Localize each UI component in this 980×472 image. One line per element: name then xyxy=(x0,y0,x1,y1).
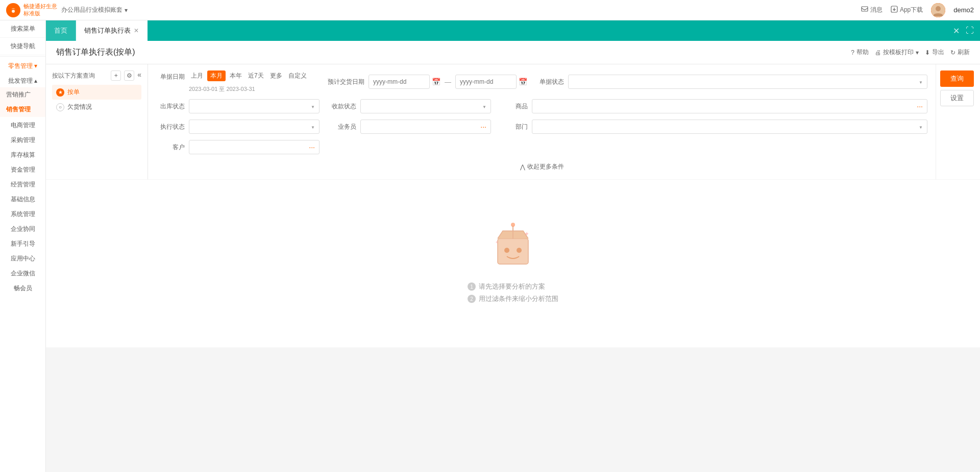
goods-select[interactable]: ··· xyxy=(532,99,927,113)
tip-text-1: 请先选择要分析的方案 xyxy=(479,282,545,291)
export-btn[interactable]: ⬇ 导出 xyxy=(925,48,944,57)
delivery-status-arrow-icon xyxy=(311,104,315,109)
filter-left-actions: + ⚙ « xyxy=(111,70,141,81)
message-label: 消息 xyxy=(870,6,883,14)
sidebar-item-enterprise-wechat[interactable]: 企业微信 xyxy=(0,265,45,280)
date-from-input[interactable] xyxy=(369,75,430,89)
calendar-from-icon[interactable]: 📅 xyxy=(432,78,440,86)
nav-press-single[interactable]: ★ 按单 xyxy=(52,85,141,100)
customer-label: 客户 xyxy=(156,143,185,152)
sidebar-item-system[interactable]: 系统管理 xyxy=(0,206,45,221)
date-range-text: 2023-03-01 至 2023-03-31 xyxy=(189,85,255,93)
sidebar-item-wholesale[interactable]: 批发管理 ▴ xyxy=(0,73,45,87)
shortcut-this-month[interactable]: 本月 xyxy=(207,70,226,81)
collapse-more-btn[interactable]: ⋀ 收起更多条件 xyxy=(156,160,927,173)
doc-date-group: 单据日期 上月 本月 本年 近7天 更多 自定义 xyxy=(156,70,320,93)
sidebar-item-basics[interactable]: 基础信息 xyxy=(0,191,45,206)
payment-status-group: 收款状态 xyxy=(328,99,491,113)
dept-select[interactable] xyxy=(532,120,927,134)
date-shortcuts: 上月 本月 本年 近7天 更多 自定义 xyxy=(189,70,309,81)
tab-home[interactable]: 首页 xyxy=(46,20,76,41)
page-header: 销售订单执行表(按单) ? 帮助 🖨 按模板打印 ▾ ⬇ 导出 xyxy=(46,41,980,64)
svg-point-10 xyxy=(511,223,515,227)
svg-text:✦: ✦ xyxy=(495,240,499,245)
goods-group: 商品 ··· xyxy=(499,99,927,113)
owe-goods-label: 欠货情况 xyxy=(67,103,92,111)
payment-status-label: 收款状态 xyxy=(328,102,356,111)
nav-owe-goods[interactable]: ○ 欠货情况 xyxy=(52,100,141,114)
sidebar-item-search-menu[interactable]: 搜索菜单 xyxy=(0,20,45,38)
app-download-label: App下载 xyxy=(900,6,923,14)
shortcut-custom[interactable]: 自定义 xyxy=(286,70,309,81)
sidebar-item-enterprise[interactable]: 企业协同 xyxy=(0,221,45,235)
sidebar-item-operations[interactable]: 经营管理 xyxy=(0,176,45,191)
calendar-to-icon[interactable]: 📅 xyxy=(519,78,527,86)
tab-close-window-icon[interactable]: ✕ xyxy=(951,24,962,38)
sidebar-sub-sales[interactable]: 销售管理 xyxy=(0,102,45,117)
tip-num-2: 2 xyxy=(468,295,476,303)
sidebar: 搜索菜单 快捷导航 零售管理 ▾ 批发管理 ▴ 营销推广 销售管理 电商管理 采… xyxy=(0,20,46,472)
message-btn[interactable]: 消息 xyxy=(861,6,883,14)
sidebar-item-purchase[interactable]: 采购管理 xyxy=(0,132,45,147)
user-name[interactable]: demo2 xyxy=(953,6,974,14)
sidebar-item-ecommerce[interactable]: 电商管理 xyxy=(0,117,45,132)
filter-right-form: 单据日期 上月 本月 本年 近7天 更多 自定义 xyxy=(148,64,936,179)
print-icon: 🖨 xyxy=(875,49,881,56)
sidebar-item-member[interactable]: 畅会员 xyxy=(0,280,45,295)
svg-point-8 xyxy=(517,248,522,253)
doc-status-arrow-icon xyxy=(919,79,923,85)
page-title: 销售订单执行表(按单) xyxy=(56,47,135,58)
breadcrumb[interactable]: 办公用品行业模拟账套 ▾ xyxy=(61,6,128,14)
template-print-btn[interactable]: 🖨 按模板打印 ▾ xyxy=(875,48,919,57)
empty-tip-2: 2 用过滤条件来缩小分析范围 xyxy=(468,294,558,303)
collapse-icon: ⋀ xyxy=(520,163,525,171)
doc-date-label: 单据日期 xyxy=(156,73,185,81)
tab-close-icon[interactable]: ✕ xyxy=(134,27,139,34)
sidebar-item-retail[interactable]: 零售管理 ▾ xyxy=(0,58,45,73)
sidebar-item-finance[interactable]: 资金管理 xyxy=(0,161,45,176)
tab-bar-right: ✕ ⛶ xyxy=(951,24,980,38)
sidebar-item-inventory[interactable]: 库存核算 xyxy=(0,147,45,161)
svg-point-5 xyxy=(936,6,941,11)
app-download-icon xyxy=(891,6,898,14)
svg-point-1 xyxy=(12,10,15,13)
settings-button[interactable]: 设置 xyxy=(940,90,974,106)
tab-bar: 首页 销售订单执行表 ✕ ✕ ⛶ xyxy=(46,20,980,41)
svg-point-7 xyxy=(504,248,509,253)
salesperson-group: 业务员 ··· xyxy=(328,120,491,134)
sidebar-item-quick-nav[interactable]: 快捷导航 xyxy=(0,38,45,55)
add-scheme-btn[interactable]: + xyxy=(111,70,121,81)
filter-left-nav: 按以下方案查询 + ⚙ « ★ 按单 ○ xyxy=(46,64,148,179)
header-right: 消息 App下载 demo2 xyxy=(861,3,974,17)
app-download-btn[interactable]: App下载 xyxy=(891,6,923,14)
press-single-icon: ★ xyxy=(56,88,64,97)
exec-status-label: 执行状态 xyxy=(156,123,185,131)
sidebar-sub-marketing[interactable]: 营销推广 xyxy=(0,87,45,102)
doc-status-select[interactable] xyxy=(568,75,927,89)
query-button[interactable]: 查询 xyxy=(940,70,974,87)
delivery-status-select[interactable] xyxy=(189,99,320,113)
edit-scheme-btn[interactable]: ⚙ xyxy=(124,70,134,81)
sidebar-item-onboarding[interactable]: 新手引导 xyxy=(0,235,45,250)
salesperson-select[interactable]: ··· xyxy=(360,120,491,134)
svg-text:✦: ✦ xyxy=(524,230,529,238)
help-btn[interactable]: ? 帮助 xyxy=(851,48,869,57)
customer-select[interactable]: ··· xyxy=(189,140,320,154)
shortcut-last-month[interactable]: 上月 xyxy=(189,70,205,81)
refresh-btn[interactable]: ↻ 刷新 xyxy=(950,48,970,57)
exec-status-arrow-icon xyxy=(311,124,315,130)
payment-status-select[interactable] xyxy=(360,99,491,113)
shortcut-more[interactable]: 更多 xyxy=(268,70,284,81)
tab-maximize-icon[interactable]: ⛶ xyxy=(964,24,976,37)
filter-row-4: 客户 ··· xyxy=(156,140,927,154)
logo-text: 畅捷通好生意 标准版 xyxy=(23,3,57,16)
avatar[interactable] xyxy=(931,3,945,17)
collapse-nav-icon[interactable]: « xyxy=(137,70,141,81)
tab-sales-order[interactable]: 销售订单执行表 ✕ xyxy=(76,20,148,41)
salesperson-label: 业务员 xyxy=(328,123,356,131)
date-to-input[interactable] xyxy=(455,75,517,89)
shortcut-this-year[interactable]: 本年 xyxy=(228,70,244,81)
shortcut-7days[interactable]: 近7天 xyxy=(246,70,266,81)
sidebar-item-app-center[interactable]: 应用中心 xyxy=(0,250,45,265)
exec-status-select[interactable] xyxy=(189,120,320,134)
